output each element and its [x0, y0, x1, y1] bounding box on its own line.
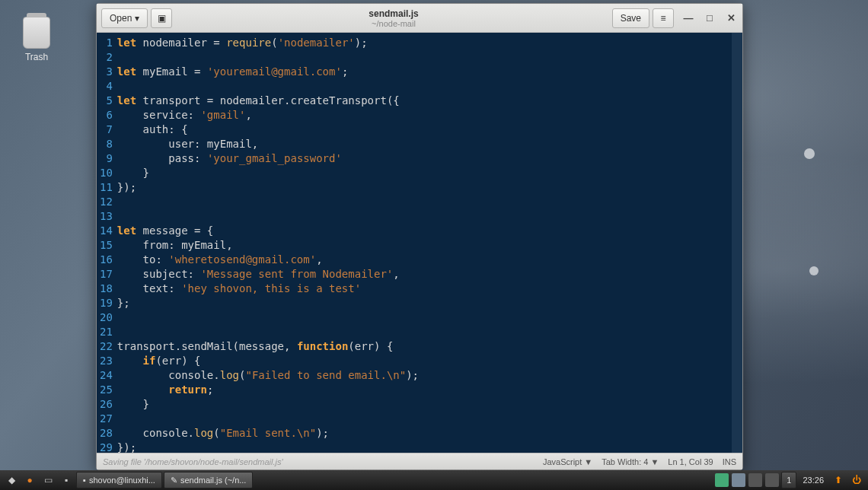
- menu-icon[interactable]: ◆: [3, 472, 20, 488]
- save-button[interactable]: Save: [612, 8, 649, 28]
- power-icon[interactable]: ⏻: [848, 472, 865, 488]
- taskbar: ◆ ● ▭ ▪ ▪ shovon@linuxhi... ✎ sendmail.j…: [0, 470, 868, 490]
- tab-width-selector[interactable]: Tab Width: 4 ▼: [602, 457, 659, 466]
- open-button[interactable]: Open ▾: [101, 8, 148, 28]
- updates-icon[interactable]: ⬆: [830, 472, 847, 488]
- close-button[interactable]: ✕: [724, 11, 738, 25]
- trash-desktop-icon[interactable]: Trash: [23, 17, 50, 62]
- window-title: sendmail.js ~/node-mail: [175, 8, 611, 28]
- maximize-button[interactable]: □: [703, 11, 716, 25]
- line-gutter: 1234567891011121314151617181920212223242…: [97, 33, 117, 453]
- files-icon[interactable]: ▭: [40, 472, 56, 488]
- taskbar-terminal-label: shovon@linuxhi...: [89, 476, 155, 485]
- hamburger-icon: ≡: [660, 13, 665, 24]
- taskbar-editor[interactable]: ✎ sendmail.js (~/n...: [164, 472, 254, 488]
- trash-label: Trash: [23, 52, 50, 62]
- title-text: sendmail.js: [369, 8, 418, 19]
- status-message: Saving file '/home/shovon/node-mail/send…: [103, 457, 283, 466]
- save-label: Save: [621, 13, 641, 24]
- new-document-button[interactable]: ▣: [151, 8, 172, 28]
- tray-icon-2[interactable]: [732, 473, 745, 487]
- terminal-launcher-icon[interactable]: ▪: [58, 472, 75, 488]
- vertical-scrollbar[interactable]: [732, 33, 742, 453]
- cursor-position: Ln 1, Col 39: [668, 457, 713, 466]
- taskbar-terminal[interactable]: ▪ shovon@linuxhi...: [76, 472, 162, 488]
- minimize-button[interactable]: —: [681, 11, 695, 25]
- chevron-down-icon: ▾: [135, 13, 139, 24]
- firefox-icon[interactable]: ●: [21, 472, 38, 488]
- new-doc-icon: ▣: [158, 13, 166, 24]
- trash-bin-icon: [23, 17, 50, 49]
- titlebar: Open ▾ ▣ sendmail.js ~/node-mail Save ≡ …: [97, 4, 742, 33]
- clock[interactable]: 23:26: [798, 476, 828, 485]
- taskbar-editor-label: sendmail.js (~/n...: [180, 476, 247, 485]
- tray-volume-icon[interactable]: [765, 473, 779, 487]
- workspace-indicator[interactable]: 1: [781, 472, 796, 488]
- open-label: Open: [110, 13, 132, 24]
- code-area[interactable]: let nodemailer = require('nodemailer'); …: [117, 33, 742, 453]
- tray-network-icon[interactable]: [748, 473, 762, 487]
- insert-mode[interactable]: INS: [723, 457, 736, 466]
- statusbar: Saving file '/home/shovon/node-mail/send…: [97, 453, 742, 469]
- hamburger-menu-button[interactable]: ≡: [653, 8, 674, 28]
- terminal-icon: ▪: [83, 476, 86, 485]
- editor-icon: ✎: [171, 476, 177, 485]
- tray-icon-1[interactable]: [715, 473, 729, 487]
- editor-body[interactable]: 1234567891011121314151617181920212223242…: [97, 33, 742, 453]
- language-selector[interactable]: JavaScript ▼: [543, 457, 592, 466]
- subtitle-text: ~/node-mail: [175, 19, 611, 28]
- editor-window: Open ▾ ▣ sendmail.js ~/node-mail Save ≡ …: [96, 3, 743, 470]
